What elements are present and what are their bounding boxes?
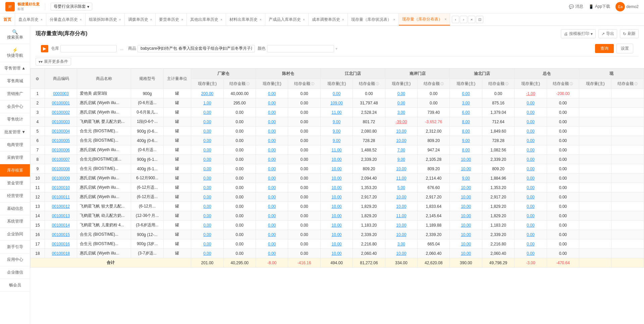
tab-yaohuo[interactable]: 要货单历史 ×: [156, 13, 187, 26]
cell-chenj-curr[interactable]: 0.00: [256, 239, 288, 249]
cell-yubei-curr[interactable]: 10.00: [450, 239, 482, 249]
tab-close[interactable]: ×: [150, 18, 152, 21]
cell-chenj-curr[interactable]: 0.00: [256, 211, 288, 221]
cell-yubei-curr[interactable]: 10.00: [450, 192, 482, 202]
cell-chenj-curr[interactable]: 0.00: [256, 230, 288, 239]
cell-yubei-curr[interactable]: 10.00: [450, 155, 482, 164]
cell-jiangb-curr[interactable]: 10.00: [320, 249, 353, 258]
cell-total-curr[interactable]: 0.00: [515, 202, 547, 211]
cell-jiangb-curr[interactable]: 9.00: [320, 136, 353, 145]
sidebar-item-system[interactable]: 系统管理: [0, 215, 30, 228]
cell-nanan-curr[interactable]: -39.00: [385, 117, 417, 127]
cell-factory-curr[interactable]: 200.00: [191, 89, 223, 98]
cell-nanan-curr[interactable]: 10.00: [385, 136, 417, 145]
cell-code[interactable]: 00100016: [45, 239, 77, 249]
cell-jiangb-curr[interactable]: 109.00: [320, 98, 353, 108]
cell-jiangb-curr[interactable]: 10.00: [320, 221, 353, 230]
tab-cailiaochuku[interactable]: 材料出库单历史 ×: [226, 13, 265, 26]
tab-close[interactable]: ×: [342, 18, 344, 21]
cell-total-curr[interactable]: 0.00: [515, 117, 547, 127]
app-download-btn[interactable]: 📱 App下载: [589, 4, 610, 9]
cell-jiangb-curr[interactable]: 10.00: [320, 192, 353, 202]
cell-chenj-curr[interactable]: 0.00: [256, 174, 288, 183]
cell-nanan-curr[interactable]: 10.00: [385, 202, 417, 211]
cell-nanan-curr[interactable]: 3.00: [385, 239, 417, 249]
cell-code[interactable]: 00100011: [45, 192, 77, 202]
tab-close[interactable]: ×: [119, 18, 121, 21]
cell-nanan-curr[interactable]: 7.00: [385, 145, 417, 155]
sidebar-item-guide[interactable]: 新手引导: [0, 241, 30, 253]
sidebar-item-finance[interactable]: 资金管理: [0, 177, 30, 190]
cell-factory-curr[interactable]: 0.00: [191, 127, 223, 136]
cell-yubei-curr[interactable]: 10.00: [450, 230, 482, 239]
cell-code[interactable]: 00100018: [45, 249, 77, 258]
cell-factory-curr[interactable]: 0.00: [191, 174, 223, 183]
tab-close[interactable]: ×: [260, 18, 262, 21]
cell-factory-curr[interactable]: 0.00: [191, 221, 223, 230]
cell-nanan-curr[interactable]: 10.00: [385, 127, 417, 136]
goods-input[interactable]: [138, 45, 255, 52]
cell-nanan-curr[interactable]: 3.00: [385, 108, 417, 117]
cell-nanan-curr[interactable]: 11.00: [385, 211, 417, 221]
cell-nanan-curr[interactable]: 10.00: [385, 249, 417, 258]
cell-factory-curr[interactable]: 0.00: [191, 230, 223, 239]
cell-chenj-curr[interactable]: 0.00: [256, 136, 288, 145]
cell-yubei-curr[interactable]: 10.00: [450, 221, 482, 230]
warehouse-input[interactable]: [60, 45, 117, 52]
cell-total-curr[interactable]: 0.00: [515, 211, 547, 221]
cell-total-curr[interactable]: 0.00: [515, 221, 547, 230]
sidebar-item-member[interactable]: 会员中心: [0, 100, 30, 113]
sidebar-item-search[interactable]: 🔍 搜索英单: [0, 26, 30, 44]
refresh-btn[interactable]: ↻ 刷新: [620, 29, 639, 38]
cell-total-curr[interactable]: 0.00: [515, 230, 547, 239]
cell-factory-curr[interactable]: 1.00: [191, 98, 223, 108]
cell-code[interactable]: 00100015: [45, 230, 77, 239]
cell-jiangb-curr[interactable]: 10.00: [320, 211, 353, 221]
cell-jiangb-curr[interactable]: 11.00: [320, 145, 353, 155]
tab-close[interactable]: ×: [303, 18, 305, 21]
cell-total-curr[interactable]: 0.00: [515, 164, 547, 174]
cell-total-curr[interactable]: 0.00: [515, 145, 547, 155]
cell-total-curr[interactable]: 0.00: [515, 183, 547, 192]
cell-total-curr[interactable]: 0.00: [515, 155, 547, 164]
cell-jiangb-curr[interactable]: 10.00: [320, 174, 353, 183]
tab-fenpandian[interactable]: 分量盘点单历史 ×: [46, 13, 86, 26]
cell-factory-curr[interactable]: 0.00: [191, 249, 223, 258]
tab-close[interactable]: ×: [80, 18, 82, 21]
nav-expand[interactable]: ⊡: [476, 16, 483, 23]
cell-factory-curr[interactable]: 0.00: [191, 117, 223, 127]
cell-chenj-curr[interactable]: 0.00: [256, 249, 288, 258]
cell-nanan-curr[interactable]: 10.00: [385, 230, 417, 239]
cell-chenj-curr[interactable]: 0.00: [256, 89, 288, 98]
message-btn[interactable]: 💬 消息: [569, 4, 583, 9]
cell-factory-curr[interactable]: 0.00: [191, 211, 223, 221]
cell-code[interactable]: 0000003: [45, 89, 77, 98]
cell-jiangb-curr[interactable]: 10.00: [320, 239, 353, 249]
cell-yubei-curr[interactable]: 9.00: [450, 136, 482, 145]
tab-close[interactable]: ×: [181, 18, 183, 21]
cell-yubei-curr[interactable]: 0.00: [450, 89, 482, 98]
cell-code[interactable]: 00100004: [45, 127, 77, 136]
cell-yubei-curr[interactable]: 8.00: [450, 127, 482, 136]
sidebar-item-marketing[interactable]: 营销推广: [0, 88, 30, 100]
cell-total-curr[interactable]: 0.00: [515, 108, 547, 117]
cell-yubei-curr[interactable]: 9.00: [450, 174, 482, 183]
cell-factory-curr[interactable]: 0.00: [191, 202, 223, 211]
tab-close[interactable]: ×: [41, 18, 43, 21]
nav-prev[interactable]: ‹: [452, 16, 459, 23]
cell-total-curr[interactable]: 0.00: [515, 192, 547, 202]
cell-factory-curr[interactable]: 0.00: [191, 164, 223, 174]
print-btn[interactable]: 🖨 按模板打印 ▾: [561, 29, 596, 38]
sidebar-item-ecommerce[interactable]: 电商管理: [0, 139, 30, 151]
cell-nanan-curr[interactable]: 0.00: [385, 89, 417, 98]
cell-code[interactable]: 00100002: [45, 108, 77, 117]
th-gear[interactable]: ⚙: [31, 69, 45, 89]
cell-chenj-curr[interactable]: 0.00: [256, 155, 288, 164]
cell-code[interactable]: 00100014: [45, 221, 77, 230]
sidebar-item-appcenter[interactable]: 应用中心: [0, 253, 30, 266]
cell-code[interactable]: 00100008: [45, 164, 77, 174]
tab-pandian[interactable]: 盘点单历史 ×: [15, 13, 46, 26]
cell-yubei-curr[interactable]: 10.00: [450, 183, 482, 192]
cell-total-curr[interactable]: 0.00: [515, 249, 547, 258]
cell-jiangb-curr[interactable]: 11.00: [320, 108, 353, 117]
